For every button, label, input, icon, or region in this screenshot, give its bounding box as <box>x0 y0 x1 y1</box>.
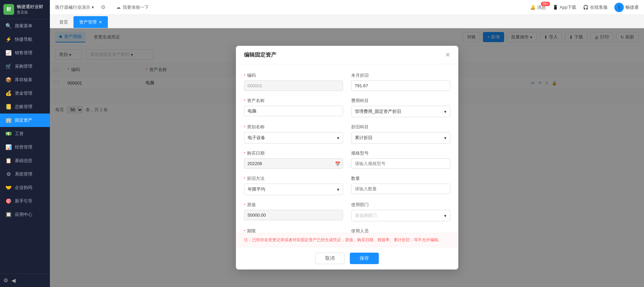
sidebar-item-label: 固定资产 <box>15 117 32 123</box>
sidebar-item-label: 销售管理 <box>15 50 32 56</box>
modal-close-button[interactable]: ✕ <box>445 51 450 59</box>
sidebar-item-purchase[interactable]: 🛒 采购管理 <box>0 60 50 73</box>
tab-asset[interactable]: 资产管理 ✕ <box>73 16 108 28</box>
target-icon: 🎯 <box>5 198 11 204</box>
tab-close-icon[interactable]: ✕ <box>99 20 102 25</box>
form-item-asset-name: * 资产名称 <box>244 98 343 117</box>
sidebar-item-finance[interactable]: 💰 资金管理 <box>0 87 50 100</box>
avatar: 👤 <box>614 3 624 12</box>
experience-btn[interactable]: ☁ 我要体验一下 <box>116 4 149 10</box>
collapse-icon[interactable]: ◀ <box>11 277 16 284</box>
modal-footer: 取消 保存 <box>236 247 458 269</box>
depreciation-subject-select[interactable]: 累计折旧 ▾ <box>351 132 450 144</box>
save-button[interactable]: 保存 <box>350 253 379 264</box>
message-btn[interactable]: 🔔 消息 99+ <box>530 4 546 10</box>
purchase-date-label: * 购买日期 <box>244 150 343 156</box>
topbar: 医疗器械行业演示 ▾ ⚙ ☁ 我要体验一下 🔔 消息 99+ 📱 App下载 <box>50 0 644 15</box>
search-icon: 🔍 <box>5 23 11 29</box>
modal-title: 编辑固定资产 <box>244 52 276 59</box>
asset-name-input[interactable] <box>244 106 343 116</box>
settings-icon[interactable]: ⚙ <box>3 277 8 284</box>
sidebar-item-label: 总账管理 <box>15 104 32 110</box>
purchase-date-input[interactable] <box>244 158 343 169</box>
headset-icon: 🎧 <box>583 5 588 10</box>
app-edition: 普及版 <box>17 10 43 15</box>
company-selector[interactable]: 医疗器械行业演示 ▾ <box>55 4 94 10</box>
sidebar-item-guide[interactable]: 🎯 新手引导 <box>0 194 50 208</box>
period-label: * 期限 <box>244 228 343 233</box>
sidebar-nav: 🔍 搜索菜单 ⚡ 快捷导航 📈 销售管理 🛒 采购管理 📦 库存核算 💰 <box>0 19 50 274</box>
form-item-purchase-date: * 购买日期 📅 <box>244 150 343 169</box>
main-area: 医疗器械行业演示 ▾ ⚙ ☁ 我要体验一下 🔔 消息 99+ 📱 App下载 <box>50 0 644 287</box>
user-menu[interactable]: 👤 畅捷通 <box>614 3 639 12</box>
spec-label: 规格型号 <box>351 150 450 156</box>
purchase-date-wrap: 📅 <box>244 158 343 169</box>
original-value-input[interactable] <box>244 210 343 220</box>
app-download-btn[interactable]: 📱 App下载 <box>553 4 576 10</box>
tab-asset-label: 资产管理 <box>79 19 97 25</box>
department-select[interactable]: 请选择部门 ▾ <box>351 210 450 221</box>
edit-asset-modal: 编辑固定资产 ✕ * 编码 <box>236 46 458 269</box>
sidebar-item-system[interactable]: ⚙ 系统管理 <box>0 167 50 181</box>
sidebar-item-label: 基础信息 <box>15 158 32 164</box>
app-name: 畅捷通好业财 <box>17 4 43 10</box>
settings-icon[interactable]: ⚙ <box>101 4 105 10</box>
chart-icon: 📈 <box>5 50 11 56</box>
form-item-code: * 编码 <box>244 72 343 91</box>
code-input[interactable] <box>244 81 343 91</box>
expense-subject-select[interactable]: 管理费用_固定资产折旧 ▾ <box>351 106 450 117</box>
modal-note: 注：已经存在变更记录或者对应固定资产已经生成凭证，原值、购买日期、残值率、累计折… <box>236 233 458 247</box>
sidebar-item-apps[interactable]: 🔲 应用中心 <box>0 208 50 221</box>
chevron-down-icon: ▾ <box>92 5 94 10</box>
cancel-button[interactable]: 取消 <box>315 253 344 264</box>
lightning-icon: ⚡ <box>5 36 11 42</box>
chevron-down-icon: ▾ <box>337 187 339 192</box>
modal-overlay: 编辑固定资产 ✕ * 编码 <box>50 28 644 287</box>
sidebar-item-label: 工资 <box>15 131 24 137</box>
staff-label: 使用人员 <box>351 228 450 233</box>
spec-input[interactable] <box>351 158 450 169</box>
sidebar-footer: ⚙ ◀ <box>0 274 50 287</box>
building-icon: 🏢 <box>5 117 11 123</box>
form-item-original-value: * 原值 <box>244 202 343 221</box>
company-name: 医疗器械行业演示 <box>55 4 90 10</box>
sidebar-item-search[interactable]: 🔍 搜索菜单 <box>0 19 50 33</box>
this-month-depreciation-input[interactable] <box>351 81 450 91</box>
sidebar-item-inventory[interactable]: 📦 库存核算 <box>0 73 50 87</box>
online-service-btn[interactable]: 🎧 在线客服 <box>583 4 608 10</box>
sidebar-item-payroll[interactable]: 💵 工资 <box>0 127 50 140</box>
sidebar-item-fixed-assets[interactable]: 🏢 固定资产 <box>0 114 50 127</box>
sidebar-item-basic[interactable]: 📋 基础信息 <box>0 154 50 167</box>
salary-icon: 💵 <box>5 131 11 137</box>
sidebar: 财 畅捷通好业财 普及版 🔍 搜索菜单 ⚡ 快捷导航 📈 销售管理 🛒 采购管理 <box>0 0 50 287</box>
expense-subject-label: 费用科目 <box>351 98 450 104</box>
form-item-category: * 类别名称 电子设备 ▾ <box>244 124 343 144</box>
sidebar-item-label: 系统管理 <box>15 171 32 177</box>
experience-label: 我要体验一下 <box>123 4 149 10</box>
sidebar-item-label: 资金管理 <box>15 90 32 96</box>
username: 畅捷通 <box>625 4 639 10</box>
sidebar-item-coop[interactable]: 🤝 企业协同 <box>0 181 50 194</box>
logo-text-wrap: 畅捷通好业财 普及版 <box>17 4 43 15</box>
topbar-right: 🔔 消息 99+ 📱 App下载 🎧 在线客服 👤 畅捷通 <box>530 3 639 12</box>
sidebar-item-ledger[interactable]: 📒 总账管理 <box>0 100 50 114</box>
chevron-down-icon: ▾ <box>444 213 447 218</box>
sidebar-item-sales[interactable]: 📈 销售管理 <box>0 46 50 60</box>
form-item-this-month-depreciation: 本月折旧 <box>351 72 450 91</box>
bell-icon: 🔔 <box>530 5 535 10</box>
code-label: * 编码 <box>244 72 343 78</box>
depreciation-method-label: * 折旧方法 <box>244 176 343 182</box>
sidebar-item-business[interactable]: 📊 经营管理 <box>0 140 50 154</box>
logo-icon: 财 <box>3 4 14 15</box>
app-logo: 财 畅捷通好业财 普及版 <box>0 0 50 19</box>
tabs-bar: 首页 资产管理 ✕ <box>50 15 644 28</box>
quantity-input[interactable] <box>351 184 450 194</box>
depreciation-method-select[interactable]: 年限平均 ▾ <box>244 184 343 195</box>
sidebar-item-nav[interactable]: ⚡ 快捷导航 <box>0 33 50 46</box>
tab-home[interactable]: 首页 <box>54 17 73 28</box>
chevron-down-icon: ▾ <box>444 135 447 140</box>
category-select[interactable]: 电子设备 ▾ <box>244 132 343 144</box>
apps-icon: 🔲 <box>5 212 11 218</box>
sidebar-item-label: 搜索菜单 <box>15 23 32 29</box>
form-item-depreciation-subject: 折旧科目 累计折旧 ▾ <box>351 124 450 144</box>
